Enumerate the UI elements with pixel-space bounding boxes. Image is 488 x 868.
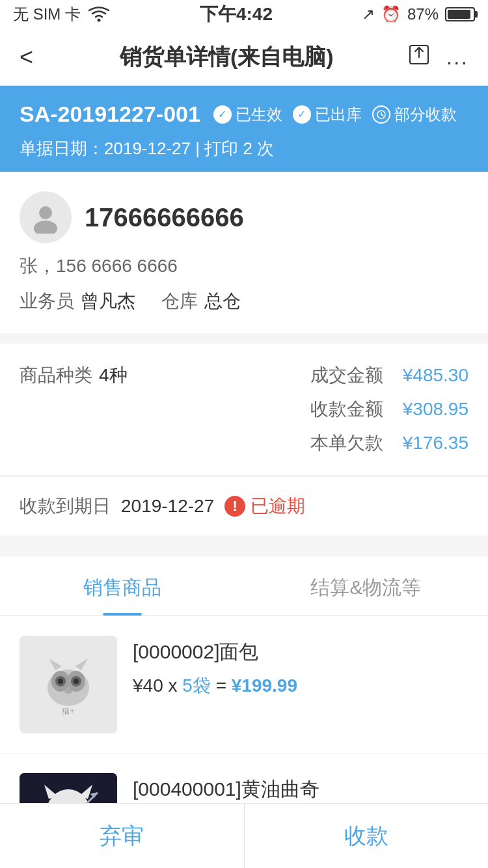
customer-account: 17666666666 xyxy=(85,203,244,232)
svg-point-3 xyxy=(39,206,52,219)
tabs-section: 销售商品 结算&物流等 xyxy=(0,556,488,616)
svg-point-4 xyxy=(34,221,57,234)
avatar-icon xyxy=(29,201,62,234)
svg-point-10 xyxy=(58,679,63,684)
nav-right-actions: ... xyxy=(407,43,468,71)
customer-contact: 张，156 6666 6666 xyxy=(20,254,468,278)
battery-icon xyxy=(445,7,475,21)
status-bar: 无 SIM 卡 下午4:42 ↗ ⏰ 87% xyxy=(0,0,488,29)
clock-icon-partial xyxy=(372,105,390,124)
order-header-banner: SA-20191227-001 ✓ 已生效 ✓ 已出库 部分收款 xyxy=(0,86,488,172)
status-shipped: ✓ 已出库 xyxy=(293,104,362,125)
tabs-row: 销售商品 结算&物流等 xyxy=(0,556,488,616)
check-icon-effective: ✓ xyxy=(213,105,232,124)
overdue-warning-icon: ! xyxy=(224,496,245,517)
svg-point-12 xyxy=(64,688,72,694)
nav-bar: < 销货单详情(来自电脑) ... xyxy=(0,29,488,86)
status-bar-time: 下午4:42 xyxy=(200,2,273,27)
product-qty-1: 5袋 xyxy=(182,675,211,696)
transaction-amount: 成交金额 ¥485.30 xyxy=(310,363,468,388)
status-partial: 部分收款 xyxy=(372,104,457,125)
banner-date: 单据日期：2019-12-27 | 打印 2 次 xyxy=(20,137,468,160)
product-name-2: [000400001]黄油曲奇 xyxy=(133,776,468,803)
avatar xyxy=(20,191,72,243)
debt-amount: 本单欠款 ¥176.35 xyxy=(310,431,468,455)
product-price-1: ¥40 x 5袋 = ¥199.99 xyxy=(133,673,468,698)
back-button[interactable]: < xyxy=(20,44,46,71)
product-thumbnail-1: 猫+ xyxy=(20,636,117,733)
product-item: 猫+ [0000002]面包 ¥40 x 5袋 = ¥199.99 xyxy=(0,616,488,753)
owl-logo-icon: 猫+ xyxy=(36,652,101,717)
collect-payment-button[interactable]: 收款 xyxy=(245,804,489,868)
share-icon[interactable] xyxy=(407,43,431,71)
check-icon-shipped: ✓ xyxy=(293,105,311,124)
product-total-1: ¥199.99 xyxy=(232,675,297,696)
overdue-text: 已逾期 xyxy=(251,494,305,519)
bottom-bar: 弃审 收款 xyxy=(0,803,488,868)
battery-percent: 87% xyxy=(407,5,439,23)
svg-text:猫+: 猫+ xyxy=(62,707,74,716)
product-info-1: [0000002]面包 ¥40 x 5袋 = ¥199.99 xyxy=(133,636,468,698)
location-icon: ↗ xyxy=(362,5,375,23)
customer-meta: 业务员 曾凡杰 仓库 总仓 xyxy=(20,289,468,314)
section-divider-2 xyxy=(0,536,488,546)
alarm-icon: ⏰ xyxy=(381,5,401,23)
page-title: 销货单详情(来自电脑) xyxy=(46,42,407,72)
due-label: 收款到期日 xyxy=(20,494,111,519)
more-icon[interactable]: ... xyxy=(446,44,468,70)
product-kind-stat: 商品种类 4种 xyxy=(20,363,128,388)
product-name-1: [0000002]面包 xyxy=(133,638,468,666)
svg-point-11 xyxy=(74,679,79,684)
wifi-icon xyxy=(87,6,111,23)
customer-section: 17666666666 张，156 6666 6666 业务员 曾凡杰 仓库 总… xyxy=(0,172,488,333)
due-date-value: 2019-12-27 xyxy=(121,496,214,517)
tab-sales-products[interactable]: 销售商品 xyxy=(0,556,244,616)
status-effective: ✓ 已生效 xyxy=(213,104,282,125)
tab-active-underline xyxy=(103,613,142,616)
overdue-badge: ! 已逾期 xyxy=(224,494,305,519)
status-tags: ✓ 已生效 ✓ 已出库 部分收款 xyxy=(213,104,457,125)
carrier-text: 无 SIM 卡 xyxy=(13,4,81,25)
status-bar-right: ↗ ⏰ 87% xyxy=(362,5,475,23)
tab-settlement[interactable]: 结算&物流等 xyxy=(244,556,488,616)
order-id: SA-20191227-001 xyxy=(20,102,200,127)
warehouse: 仓库 总仓 xyxy=(161,289,241,314)
svg-point-0 xyxy=(98,19,101,22)
due-date-section: 收款到期日 2019-12-27 ! 已逾期 xyxy=(0,476,488,536)
stats-section: 商品种类 4种 成交金额 ¥485.30 收款金额 ¥308.95 本单欠款 ¥… xyxy=(0,344,488,475)
received-amount: 收款金额 ¥308.95 xyxy=(310,397,468,422)
section-divider-1 xyxy=(0,333,488,344)
abandon-review-button[interactable]: 弃审 xyxy=(0,804,245,868)
status-bar-left: 无 SIM 卡 xyxy=(13,4,111,25)
sales-rep: 业务员 曾凡杰 xyxy=(20,289,135,314)
svg-marker-13 xyxy=(49,658,62,670)
svg-marker-14 xyxy=(75,658,88,670)
financial-stats: 成交金额 ¥485.30 收款金额 ¥308.95 本单欠款 ¥176.35 xyxy=(310,363,468,455)
